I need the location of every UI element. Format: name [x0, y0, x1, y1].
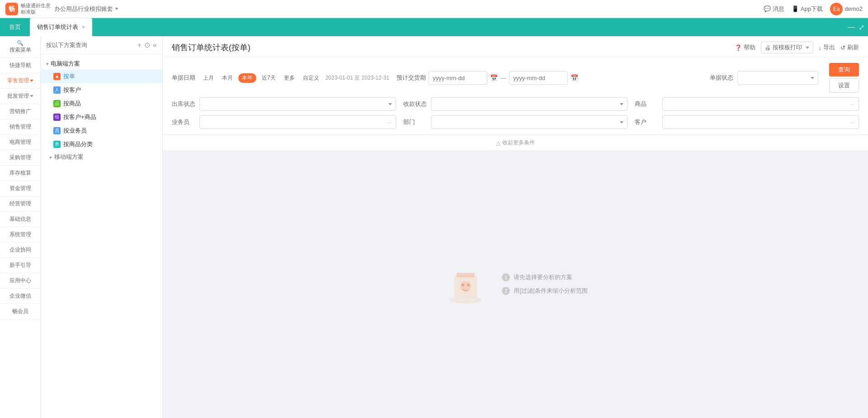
delivery-date-start[interactable] — [429, 71, 487, 85]
sidebar-item-quick-nav[interactable]: 快捷导航 — [0, 58, 40, 73]
by-customer-goods-icon: 组 — [53, 114, 61, 121]
tab-sales-order-stats[interactable]: 销售订单统计表 × — [30, 18, 92, 36]
sidebar-item-enterprise[interactable]: 企业协同 — [0, 242, 40, 258]
tab-home[interactable]: 首页 — [0, 18, 30, 36]
left-panel-title: 按以下方案查询 — [46, 41, 87, 49]
customer-select[interactable]: ··· — [662, 115, 859, 129]
sidebar-item-finance[interactable]: 资金管理 — [0, 181, 40, 196]
sidebar-item-ops[interactable]: 经营管理 — [0, 196, 40, 212]
action-buttons: 查询 设置 — [829, 63, 859, 93]
payment-status-select[interactable] — [431, 97, 627, 111]
left-panel-header: 按以下方案查询 + ⊙ « — [41, 36, 162, 54]
tree-item-by-customer[interactable]: 人 按客户 — [41, 83, 162, 97]
payment-status-label: 收款状态 — [403, 100, 428, 108]
user-menu-button[interactable]: Ea demo2 — [830, 3, 863, 15]
maximize-icon[interactable]: ⤢ — [859, 23, 864, 32]
sidebar-item-retail[interactable]: 零售管理 — [0, 73, 40, 89]
sidebar-item-member[interactable]: 畅会员 — [0, 304, 40, 319]
export-icon: ↓ — [819, 44, 822, 51]
sidebar-item-system[interactable]: 系统管理 — [0, 227, 40, 242]
tab-close-icon[interactable]: × — [82, 24, 85, 30]
tree-section-mobile[interactable]: ▸ 移动端方案 — [41, 151, 162, 163]
sidebar-item-enterprise-wx[interactable]: 企业微信 — [0, 289, 40, 304]
salesperson-group: 业务员 ··· — [172, 115, 396, 129]
main-layout: 🔍 搜索菜单 快捷导航 零售管理 批发管理 营销推广 销售管理 电商管理 采购管… — [0, 36, 868, 418]
top-bar: 畅 畅捷通好生意 标准版 办公用品行业模拟账套 💬 消息 📱 App下载 Ea … — [0, 0, 868, 18]
delivery-date-end[interactable] — [509, 71, 568, 85]
sidebar-item-purchase[interactable]: 采购管理 — [0, 150, 40, 166]
tree-item-by-goods-category[interactable]: 类 按商品分类 — [41, 138, 162, 151]
cal-icon-start[interactable]: 📅 — [490, 74, 498, 81]
settings-button[interactable]: 设置 — [829, 78, 859, 93]
message-button[interactable]: 💬 消息 — [764, 5, 784, 13]
settings-scheme-button[interactable]: ⊙ — [144, 41, 150, 49]
bill-status-group: 单据状态 — [710, 71, 818, 85]
tab-bar: 首页 销售订单统计表 × — ⤢ — [0, 18, 868, 36]
help-button[interactable]: ❓ 帮助 — [735, 43, 755, 52]
current-year-btn[interactable]: 本年 — [238, 73, 256, 83]
tree-item-by-goods[interactable]: 品 按商品 — [41, 97, 162, 110]
collapse-panel-button[interactable]: « — [153, 41, 157, 49]
page-title: 销售订单统计表(按单) — [172, 42, 250, 53]
last7days-btn[interactable]: 近7天 — [259, 73, 278, 83]
tree-container: ▾ 电脑端方案 ● 按单 人 按客户 品 按商品 组 按客户+商品 — [41, 54, 162, 418]
tree-item-by-order[interactable]: ● 按单 — [41, 70, 162, 83]
bill-date-group: 单据日期 上月 本月 本年 近7天 更多 自定义 2023-01-01 至 20… — [172, 73, 389, 83]
customer-group: 客户 ··· — [635, 115, 859, 129]
bill-status-label: 单据状态 — [710, 74, 735, 82]
refresh-icon: ↺ — [840, 44, 845, 51]
export-button[interactable]: ↓ 导出 — [819, 43, 835, 52]
last-month-btn[interactable]: 上月 — [200, 73, 217, 83]
salesperson-select[interactable]: ··· — [199, 115, 396, 129]
tree-section-pc[interactable]: ▾ 电脑端方案 — [41, 58, 162, 70]
top-bar-left: 畅 畅捷通好生意 标准版 办公用品行业模拟账套 — [5, 3, 118, 15]
sidebar: 🔍 搜索菜单 快捷导航 零售管理 批发管理 营销推广 销售管理 电商管理 采购管… — [0, 36, 41, 418]
section-arrow-icon: ▾ — [46, 61, 49, 67]
tree-item-by-customer-goods[interactable]: 组 按客户+商品 — [41, 110, 162, 124]
ship-status-select[interactable] — [199, 97, 396, 111]
sidebar-search[interactable]: 🔍 搜索菜单 — [0, 36, 40, 58]
by-salesperson-icon: 员 — [53, 127, 61, 134]
tree-item-by-salesperson[interactable]: 员 按业务员 — [41, 124, 162, 138]
refresh-button[interactable]: ↺ 刷新 — [840, 43, 859, 52]
sidebar-item-basic[interactable]: 基础信息 — [0, 212, 40, 227]
breadcrumb-dropdown[interactable] — [115, 8, 118, 10]
collapse-arrow-icon: △ — [496, 140, 500, 146]
customer-label: 客户 — [635, 118, 660, 126]
filter-row-2: 出库状态 收款状态 商品 — [172, 97, 859, 111]
sidebar-item-marketing[interactable]: 营销推广 — [0, 104, 40, 119]
goods-label: 商品 — [635, 100, 660, 108]
sidebar-item-ecommerce[interactable]: 电商管理 — [0, 135, 40, 150]
sidebar-item-wholesale[interactable]: 批发管理 — [0, 89, 40, 104]
payment-status-chevron-icon — [620, 103, 623, 105]
top-bar-right: 💬 消息 📱 App下载 Ea demo2 — [764, 3, 863, 15]
department-select[interactable] — [431, 115, 627, 129]
bill-status-select[interactable] — [737, 71, 818, 85]
by-goods-category-icon: 类 — [53, 141, 61, 148]
filter-row-3: 业务员 ··· 部门 客户 — [172, 115, 859, 129]
sidebar-item-newbie[interactable]: 新手引导 — [0, 258, 40, 273]
right-panel: 销售订单统计表(按单) ❓ 帮助 🖨 按模板打印 ↓ 导出 — [163, 36, 868, 418]
sidebar-item-inventory[interactable]: 库存核算 — [0, 166, 40, 181]
app-download-button[interactable]: 📱 App下载 — [792, 5, 823, 13]
custom-date-btn[interactable]: 自定义 — [300, 73, 322, 83]
expected-delivery-label: 预计交货期 — [396, 74, 426, 82]
empty-hints: 1 请先选择要分析的方案 2 用[过滤]条件来缩小分析范围 — [502, 273, 587, 295]
department-chevron-icon — [620, 121, 623, 124]
minimize-icon[interactable]: — — [848, 23, 855, 31]
sidebar-item-sales[interactable]: 销售管理 — [0, 119, 40, 135]
collapse-row[interactable]: △ 收起更多条件 — [163, 135, 868, 150]
content-area: 按以下方案查询 + ⊙ « ▾ 电脑端方案 ● 按单 人 按客户 — [41, 36, 868, 418]
more-date-btn[interactable]: 更多 — [281, 73, 297, 83]
this-month-btn[interactable]: 本月 — [219, 73, 236, 83]
by-customer-icon: 人 — [53, 86, 61, 94]
sidebar-item-app-center[interactable]: 应用中心 — [0, 273, 40, 289]
print-button[interactable]: 🖨 按模板打印 — [761, 42, 813, 53]
query-button[interactable]: 查询 — [829, 63, 859, 76]
tab-bar-end: — ⤢ — [848, 23, 868, 32]
add-scheme-button[interactable]: + — [137, 41, 142, 49]
logo-text: 畅捷通好生意 标准版 — [21, 3, 51, 14]
cal-icon-end[interactable]: 📅 — [571, 74, 578, 81]
hint-num-1: 1 — [502, 273, 510, 281]
goods-select[interactable]: ··· — [662, 97, 859, 111]
